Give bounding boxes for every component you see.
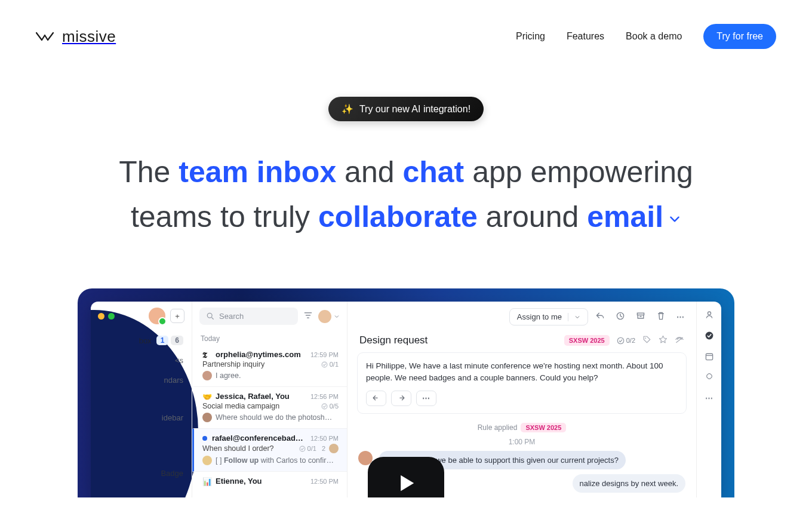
right-rail: ⋯ (696, 302, 721, 497)
logo-wordmark: missive (62, 27, 116, 46)
rule-applied-notice: Rule appliedSXSW 2025 (347, 423, 696, 432)
minimize-dot[interactable] (98, 313, 104, 320)
ai-integration-pill[interactable]: ✨ Try our new AI integration! (328, 97, 484, 121)
rule-tag: SXSW 2025 (521, 423, 566, 432)
highlight-email: email (587, 200, 663, 234)
window-traffic-lights (98, 311, 115, 322)
filter-button[interactable] (304, 311, 312, 321)
more-button[interactable]: ⋯ (416, 391, 436, 406)
unread-badge: 1 (156, 336, 169, 345)
play-video-button[interactable] (368, 457, 444, 497)
thread-list: Search Today 𝕿 orphelia@nytimes.com 12:5… (192, 302, 347, 497)
svg-point-6 (617, 337, 623, 343)
svg-point-8 (708, 312, 710, 315)
nav-features[interactable]: Features (567, 31, 604, 42)
svg-point-1 (322, 362, 327, 367)
chevron-down-icon (668, 213, 681, 226)
sidebar-tasks[interactable]: <s (91, 351, 192, 370)
assign-button[interactable]: Assign to me (509, 308, 588, 325)
chevron-down-icon (334, 314, 340, 320)
checkmark-icon[interactable] (705, 331, 714, 342)
new-button[interactable]: + (170, 309, 184, 323)
pill-label: Try our new AI integration! (359, 104, 470, 115)
more-icon[interactable]: ⋯ (705, 394, 713, 403)
sidebar-edit[interactable]: idebar (91, 408, 192, 428)
zoom-dot[interactable] (108, 313, 115, 320)
hero: ✨ Try our new AI integration! The team i… (0, 97, 812, 239)
avatar (202, 456, 212, 465)
logo-mark-icon (36, 31, 54, 42)
search-icon (207, 312, 214, 320)
try-for-free-button[interactable]: Try for free (703, 24, 776, 49)
avatar (202, 371, 212, 380)
chart-icon: 📊 (202, 477, 211, 486)
thread-item-selected[interactable]: rafael@conferencebadge.c… 12:50 PM When … (192, 429, 347, 472)
play-icon (393, 470, 419, 496)
avatar (202, 413, 212, 422)
sidebar-label-badge[interactable]: Badge (91, 463, 192, 483)
avatar (329, 444, 339, 453)
forward-button[interactable] (391, 391, 411, 406)
count-badge: 6 (171, 336, 183, 345)
calendar-icon[interactable] (705, 352, 714, 363)
nav-book-demo[interactable]: Book a demo (626, 31, 682, 42)
task-count[interactable]: 0/2 (617, 337, 635, 345)
sparkles-icon: ✨ (342, 103, 353, 115)
watch-icon[interactable] (675, 335, 684, 346)
timestamp: 1:00 PM (347, 438, 696, 446)
thread-item[interactable]: 📊 Etienne, You 12:50 PM (192, 472, 347, 492)
svg-point-7 (645, 337, 646, 339)
snooze-icon[interactable] (612, 308, 629, 326)
task-count: 0/5 (321, 403, 339, 410)
sidebar-calendars[interactable]: ndars (91, 370, 192, 390)
tag-icon[interactable] (642, 335, 651, 346)
handshake-icon: 🤝 (202, 392, 211, 401)
svg-rect-10 (706, 354, 712, 360)
star-icon[interactable] (659, 335, 668, 346)
thread-item[interactable]: 𝕿 orphelia@nytimes.com 12:59 PM Partners… (192, 345, 347, 387)
nyt-icon: 𝕿 (202, 351, 211, 359)
reply-button[interactable] (366, 391, 386, 406)
site-header: missive Pricing Features Book a demo Try… (0, 0, 812, 73)
reply-icon[interactable] (592, 308, 608, 326)
thread-item[interactable]: 🤝 Jessica, Rafael, You 12:56 PM Social m… (192, 387, 347, 429)
workspace-sidebar: + box 1 6 <s ndars idebar Badge (91, 302, 192, 497)
svg-point-2 (322, 404, 327, 409)
nav-pricing[interactable]: Pricing (516, 31, 545, 42)
svg-point-9 (705, 332, 713, 340)
unread-dot-icon (202, 436, 207, 441)
more-icon[interactable]: ⋯ (673, 309, 688, 325)
account-switcher[interactable] (318, 310, 340, 323)
app-window: + box 1 6 <s ndars idebar Badge Search (91, 302, 721, 497)
highlight-team-inbox: team inbox (179, 155, 336, 189)
main-nav: Pricing Features Book a demo Try for fre… (516, 24, 776, 49)
sidebar-inbox[interactable]: box 1 6 (91, 330, 192, 351)
task-count: 0/1 (321, 361, 339, 368)
highlight-chat: chat (402, 155, 464, 189)
task-count: 0/1 2 (299, 444, 339, 453)
svg-point-0 (207, 313, 212, 318)
highlight-collaborate: collaborate (318, 200, 478, 234)
svg-point-3 (300, 446, 305, 451)
user-avatar[interactable] (149, 308, 165, 324)
product-screenshot-frame: + box 1 6 <s ndars idebar Badge Search (78, 288, 734, 497)
chevron-down-icon (574, 314, 580, 320)
trash-icon[interactable] (653, 308, 669, 326)
avatar (318, 310, 331, 323)
openai-icon[interactable] (705, 373, 714, 384)
hero-headline: The team inbox and chat app empowering t… (113, 150, 699, 239)
search-input[interactable]: Search (199, 308, 298, 325)
email-message: Hi Philippe, We have a last minute confe… (357, 352, 687, 414)
svg-rect-5 (637, 313, 644, 315)
archive-icon[interactable] (632, 308, 649, 326)
logo[interactable]: missive (36, 27, 116, 46)
date-header: Today (192, 331, 347, 345)
conversation-title: Design request (359, 334, 427, 346)
label-tag[interactable]: SXSW 2025 (564, 335, 610, 346)
person-icon[interactable] (705, 310, 714, 321)
